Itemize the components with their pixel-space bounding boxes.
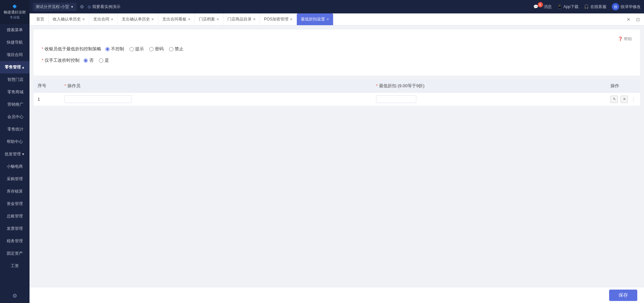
sidebar-item-ledger[interactable]: 总账管理 bbox=[0, 210, 30, 222]
tabbar-actions: ✕ ⊡ bbox=[623, 16, 641, 23]
policy-option-remind[interactable]: 提示 bbox=[129, 46, 144, 52]
logo-title: 畅捷通好业财 bbox=[2, 10, 28, 15]
table-header-row: 序号 * 操作员 * 最低折扣 (9.00等于9折) 操作 bbox=[34, 80, 640, 93]
cell-min-discount[interactable] bbox=[372, 93, 606, 106]
tab-pos-encrypt[interactable]: POS加密管理 ✕ bbox=[260, 13, 297, 26]
help-button[interactable]: ❓ 帮助 bbox=[618, 36, 632, 42]
manual-radio-group: 否 是 bbox=[84, 57, 109, 63]
tab-payment-contract[interactable]: 支出合同 ✕ bbox=[89, 13, 118, 26]
user-profile-button[interactable]: 徐 徐泽华修改 bbox=[612, 3, 641, 10]
cell-actions: ✎ ✕ ⋮ bbox=[606, 93, 640, 106]
manual-control-row: * 仅手工改价时控制 否 是 bbox=[42, 57, 632, 63]
settings-icon: ⚙ bbox=[12, 293, 17, 299]
policy-option-forbid[interactable]: 禁止 bbox=[169, 46, 183, 52]
app-logo[interactable]: 🔷 畅捷通好业财 专业版 bbox=[0, 0, 30, 24]
sidebar-item-invoice-mgmt[interactable]: 发票管理 bbox=[0, 222, 30, 235]
sidebar-item-purchase-mgmt[interactable]: 采购管理 bbox=[0, 173, 30, 185]
tab-close-min-discount[interactable]: ✕ bbox=[326, 17, 329, 21]
manual-option-yes[interactable]: 是 bbox=[99, 57, 109, 63]
demo-icon: ◎ bbox=[88, 4, 91, 9]
demo-link[interactable]: ◎ 我要看实例演示 bbox=[88, 4, 120, 10]
col-header-operator: * 操作员 bbox=[60, 80, 372, 93]
logo-icon: 🔷 bbox=[2, 4, 28, 9]
cell-operator[interactable] bbox=[60, 93, 372, 106]
tab-store-catalog[interactable]: 门店商品目录 ✕ bbox=[223, 13, 260, 26]
download-icon: 📱 bbox=[557, 4, 562, 9]
table-row: 1 ✎ ✕ ⋮ bbox=[34, 93, 640, 106]
tab-home[interactable]: 首页 bbox=[32, 13, 49, 26]
sidebar-item-quick-nav[interactable]: 快捷导航 bbox=[0, 36, 30, 49]
tab-income-confirm[interactable]: 收入确认单历史 ✕ bbox=[49, 13, 89, 26]
project-selector[interactable]: 测试分开流程-小贸 ▼ bbox=[33, 3, 76, 11]
tab-close-pos-encrypt[interactable]: ✕ bbox=[290, 17, 292, 21]
logo-edition: 专业版 bbox=[2, 15, 28, 20]
col-header-min-discount: * 最低折扣 (9.00等于9折) bbox=[372, 80, 606, 93]
policy-row: * 收银员低于最低折扣控制策略 不控制 提示 密码 bbox=[42, 46, 632, 52]
tab-close-payment-board[interactable]: ✕ bbox=[188, 17, 191, 21]
tab-close-store-catalog[interactable]: ✕ bbox=[253, 17, 256, 21]
customer-service-button[interactable]: 🎧 在线客服 bbox=[584, 4, 606, 10]
sidebar-item-ecommerce[interactable]: 小畅电商 bbox=[0, 160, 30, 173]
cell-seq: 1 bbox=[34, 93, 60, 106]
sidebar-item-fund-mgmt[interactable]: 资金管理 bbox=[0, 198, 30, 210]
sidebar-item-online-store[interactable]: 零售商城 bbox=[0, 86, 30, 98]
avatar-icon: 徐 bbox=[612, 3, 619, 10]
min-discount-input[interactable] bbox=[376, 95, 416, 103]
tab-payment-board[interactable]: 支出合同看板 ✕ bbox=[158, 13, 195, 26]
sidebar-item-fixed-assets[interactable]: 固定资产 bbox=[0, 247, 30, 260]
sidebar-item-retail-mgmt[interactable]: 零售管理 ▲ bbox=[0, 61, 30, 73]
sidebar-item-wholesale-mgmt[interactable]: 批发管理 ▼ bbox=[0, 148, 30, 160]
tab-min-discount[interactable]: 最低折扣设置 ✕ bbox=[297, 13, 333, 26]
topbar: 测试分开流程-小贸 ▼ ⚙ ◎ 我要看实例演示 💬 8 消息 📱 App下载 🎧… bbox=[30, 0, 644, 13]
chevron-down-icon: ▼ bbox=[21, 152, 25, 156]
project-name: 测试分开流程-小贸 bbox=[36, 4, 69, 10]
settings-form-card: ❓ 帮助 * 收银员低于最低折扣控制策略 不控制 提示 bbox=[34, 30, 640, 75]
tab-store-file[interactable]: 门店档案 ✕ bbox=[195, 13, 223, 26]
row-drag-handle[interactable]: ⋮ bbox=[631, 96, 636, 102]
sidebar-item-retail-stats[interactable]: 零售统计 bbox=[0, 123, 30, 136]
topbar-gear-button[interactable]: ⚙ bbox=[80, 4, 84, 9]
save-button[interactable]: 保存 bbox=[609, 290, 637, 301]
chevron-up-icon: ▲ bbox=[21, 65, 25, 69]
service-icon: 🎧 bbox=[584, 4, 589, 9]
sidebar-item-smart-store[interactable]: 智慧门店 bbox=[0, 73, 30, 86]
col-header-actions: 操作 bbox=[606, 80, 640, 93]
message-button[interactable]: 💬 8 消息 bbox=[533, 4, 552, 10]
sidebar-item-search[interactable]: 搜索菜单 bbox=[0, 24, 30, 36]
tab-expand-button[interactable]: ⊡ bbox=[635, 16, 641, 23]
sidebar-item-salary[interactable]: 工资 bbox=[0, 260, 30, 272]
tab-close-button[interactable]: ✕ bbox=[625, 16, 632, 23]
tabbar: 首页 收入确认单历史 ✕ 支出合同 ✕ 支出确认单历史 ✕ 支出合同看板 ✕ 门… bbox=[30, 13, 644, 26]
chevron-down-icon: ▼ bbox=[70, 5, 74, 9]
sidebar-item-help-center[interactable]: 帮助中心 bbox=[0, 136, 30, 148]
policy-required-mark: * bbox=[42, 46, 43, 51]
manual-required-mark: * bbox=[42, 58, 43, 63]
tab-close-payment-confirm[interactable]: ✕ bbox=[151, 17, 154, 21]
col-header-seq: 序号 bbox=[34, 80, 60, 93]
tab-payment-confirm[interactable]: 支出确认单历史 ✕ bbox=[118, 13, 158, 26]
tab-close-income-confirm[interactable]: ✕ bbox=[82, 17, 85, 21]
topbar-right: 💬 8 消息 📱 App下载 🎧 在线客服 徐 徐泽华修改 bbox=[533, 3, 641, 10]
sidebar-item-inventory[interactable]: 库存核算 bbox=[0, 185, 30, 198]
message-badge: 8 bbox=[538, 2, 543, 7]
sidebar-settings-button[interactable]: ⚙ bbox=[0, 289, 30, 303]
sidebar-item-project-contract[interactable]: 项目合同 bbox=[0, 49, 30, 61]
manual-option-no[interactable]: 否 bbox=[84, 57, 94, 63]
tab-close-store-file[interactable]: ✕ bbox=[216, 17, 219, 21]
footer-bar: 保存 bbox=[30, 287, 644, 303]
row-delete-button[interactable]: ✕ bbox=[621, 96, 628, 103]
row-edit-button[interactable]: ✎ bbox=[610, 96, 618, 103]
tab-close-payment-contract[interactable]: ✕ bbox=[111, 17, 113, 21]
manual-label: * 仅手工改价时控制 bbox=[42, 57, 79, 63]
content-area: ❓ 帮助 * 收银员低于最低折扣控制策略 不控制 提示 bbox=[30, 26, 644, 287]
sidebar-item-marketing[interactable]: 营销推广 bbox=[0, 98, 30, 111]
policy-option-password[interactable]: 密码 bbox=[149, 46, 164, 52]
policy-option-no-control[interactable]: 不控制 bbox=[105, 46, 124, 52]
sidebar: 🔷 畅捷通好业财 专业版 搜索菜单 快捷导航 项目合同 零售管理 ▲ 智慧门店 … bbox=[0, 0, 30, 303]
sidebar-item-member-center[interactable]: 会员中心 bbox=[0, 111, 30, 123]
operator-input[interactable] bbox=[64, 95, 131, 103]
policy-label: * 收银员低于最低折扣控制策略 bbox=[42, 46, 101, 52]
sidebar-item-tax-mgmt[interactable]: 税务管理 bbox=[0, 235, 30, 247]
app-download-button[interactable]: 📱 App下载 bbox=[557, 4, 579, 10]
discount-table: 序号 * 操作员 * 最低折扣 (9.00等于9折) 操作 bbox=[34, 80, 640, 106]
